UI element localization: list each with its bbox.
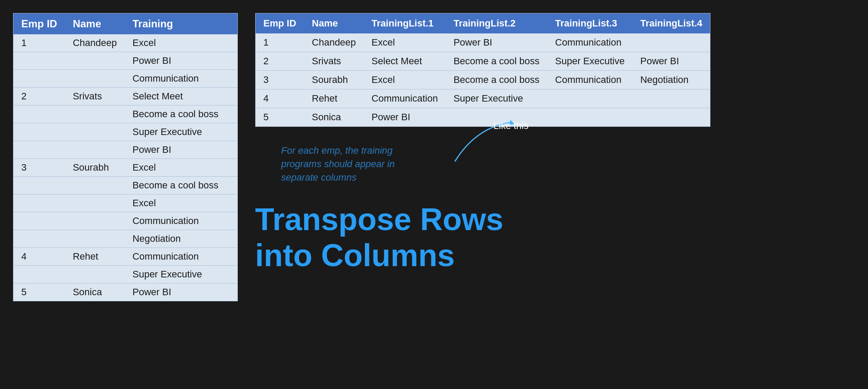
- cell-name: [65, 194, 125, 212]
- cell-t3: [547, 89, 632, 108]
- cell-t3: Communication: [547, 33, 632, 52]
- table-row: Become a cool boss: [13, 105, 238, 123]
- col-header: TrainingList.4: [632, 13, 710, 34]
- cell-t4: [632, 33, 710, 52]
- left-table-section: Emp ID Name Training 1 Chandeep Excel Po…: [13, 13, 238, 301]
- cell-empid: 4: [255, 89, 304, 108]
- cell-training: Communication: [125, 70, 237, 88]
- cell-training: Excel: [125, 194, 237, 212]
- cell-empid: 2: [255, 52, 304, 71]
- table-row: Super Executive: [13, 266, 238, 284]
- cell-name: Chandeep: [65, 34, 125, 52]
- cell-name: Rehet: [65, 248, 125, 266]
- cell-empid: 5: [255, 108, 304, 127]
- cell-t3: Communication: [547, 71, 632, 89]
- cell-empid: 1: [13, 34, 65, 52]
- cell-name: [65, 266, 125, 284]
- cell-empid: [13, 105, 65, 123]
- cell-name: Sonica: [304, 108, 364, 127]
- cell-name: Chandeep: [304, 33, 364, 52]
- result-table: Emp IDNameTrainingList.1TrainingList.2Tr…: [255, 13, 711, 127]
- cell-t1: Excel: [364, 33, 446, 52]
- cell-training: Become a cool boss: [125, 105, 237, 123]
- table-row: 3 Sourabh Excel: [13, 159, 238, 177]
- cell-empid: [13, 212, 65, 230]
- cell-training: Negotiation: [125, 230, 237, 248]
- cell-empid: [13, 141, 65, 159]
- cell-empid: [13, 123, 65, 141]
- cell-name: [65, 212, 125, 230]
- cell-t4: [632, 89, 710, 108]
- table-row: Negotiation: [13, 230, 238, 248]
- cell-t2: Super Executive: [446, 89, 547, 108]
- table-row: Power BI: [13, 52, 238, 70]
- cell-training: Select Meet: [125, 88, 237, 105]
- cell-name: Sourabh: [304, 71, 364, 89]
- cell-t4: Negotiation: [632, 71, 710, 89]
- cell-name: [65, 177, 125, 194]
- cell-name: Sourabh: [65, 159, 125, 177]
- table-row: 4 Rehet Communication Super Executive: [255, 89, 710, 108]
- table-row: 2 Srivats Select Meet Become a cool boss…: [255, 52, 710, 71]
- col-header: Emp ID: [255, 13, 304, 34]
- cell-t1: Excel: [364, 71, 446, 89]
- table-row: Become a cool boss: [13, 177, 238, 194]
- cell-t4: Power BI: [632, 52, 710, 71]
- cell-empid: [13, 194, 65, 212]
- cell-empid: 5: [13, 284, 65, 301]
- source-table: Emp ID Name Training 1 Chandeep Excel Po…: [13, 13, 238, 301]
- cell-name: Srivats: [304, 52, 364, 71]
- cell-training: Excel: [125, 159, 237, 177]
- cell-training: Excel: [125, 34, 237, 52]
- cell-empid: 2: [13, 88, 65, 105]
- cell-empid: 4: [13, 248, 65, 266]
- col-header-name: Name: [65, 13, 125, 35]
- cell-empid: [13, 230, 65, 248]
- table-row: Communication: [13, 70, 238, 88]
- cell-training: Power BI: [125, 52, 237, 70]
- table-row: Excel: [13, 194, 238, 212]
- table-row: Power BI: [13, 141, 238, 159]
- cell-t3: [547, 108, 632, 127]
- cell-name: [65, 105, 125, 123]
- table-row: 5 Sonica Power BI: [13, 284, 238, 301]
- cell-name: Rehet: [304, 89, 364, 108]
- cell-name: [65, 123, 125, 141]
- cell-empid: 3: [13, 159, 65, 177]
- like-this-label: Like this: [493, 120, 529, 132]
- cell-name: [65, 70, 125, 88]
- cell-training: Communication: [125, 212, 237, 230]
- cell-t2: Power BI: [446, 33, 547, 52]
- table-row: 1 Chandeep Excel Power BI Communication: [255, 33, 710, 52]
- cell-name: Sonica: [65, 284, 125, 301]
- cell-training: Power BI: [125, 284, 237, 301]
- table-row: 2 Srivats Select Meet: [13, 88, 238, 105]
- cell-empid: 1: [255, 33, 304, 52]
- right-section: Emp IDNameTrainingList.1TrainingList.2Tr…: [255, 13, 855, 274]
- big-title: Transpose Rows into Columns: [255, 201, 855, 274]
- cell-training: Super Executive: [125, 266, 237, 284]
- cell-empid: [13, 52, 65, 70]
- cell-t1: Communication: [364, 89, 446, 108]
- cell-empid: 3: [255, 71, 304, 89]
- cell-name: [65, 52, 125, 70]
- col-header: Name: [304, 13, 364, 34]
- cell-training: Super Executive: [125, 123, 237, 141]
- cell-empid: [13, 70, 65, 88]
- col-header: TrainingList.1: [364, 13, 446, 34]
- cell-name: [65, 141, 125, 159]
- annotation-text: For each emp, the training programs shou…: [281, 144, 429, 184]
- cell-t4: [632, 108, 710, 127]
- big-title-area: Transpose Rows into Columns: [255, 193, 855, 274]
- table-row: Communication: [13, 212, 238, 230]
- cell-t3: Super Executive: [547, 52, 632, 71]
- cell-t2: Become a cool boss: [446, 71, 547, 89]
- cell-t1: Power BI: [364, 108, 446, 127]
- cell-training: Power BI: [125, 141, 237, 159]
- cell-t1: Select Meet: [364, 52, 446, 71]
- table-and-annotation: Emp IDNameTrainingList.1TrainingList.2Tr…: [255, 13, 855, 184]
- table-row: 3 Sourabh Excel Become a cool boss Commu…: [255, 71, 710, 89]
- cell-name: [65, 230, 125, 248]
- table-row: 4 Rehet Communication: [13, 248, 238, 266]
- annotation-row: For each emp, the training programs shou…: [281, 131, 529, 184]
